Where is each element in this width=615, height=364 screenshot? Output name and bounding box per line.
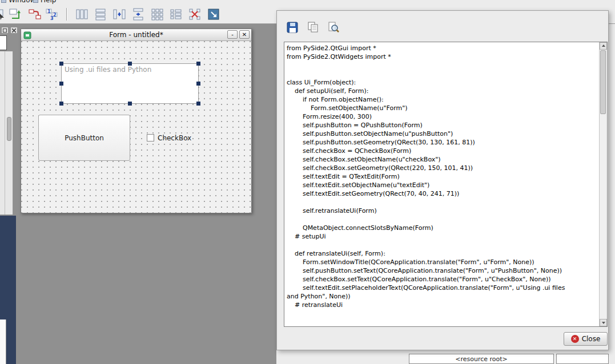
layout-form-icon[interactable]	[168, 7, 183, 22]
selection-handle-bottom-middle[interactable]	[128, 102, 132, 106]
qt-designer-screen: Window Help 1 2	[0, 0, 615, 364]
edit-buddies-icon[interactable]	[27, 7, 42, 22]
break-layout-icon[interactable]	[187, 7, 202, 22]
form-window-titlebar[interactable]: Form - untitled* - ✕	[21, 29, 251, 41]
left-dock-scrollbar-thumb[interactable]	[7, 117, 11, 141]
code-dialog-toolbar	[285, 20, 341, 35]
code-view: from PySide2.QtGui import * from PySide2…	[284, 42, 608, 327]
adjust-size-icon[interactable]	[206, 7, 221, 22]
textedit-widget[interactable]: Using .ui files and Python	[61, 63, 199, 104]
textedit-placeholder: Using .ui files and Python	[65, 66, 151, 74]
edit-signals-slots-icon[interactable]	[8, 7, 23, 22]
minimize-button[interactable]: -	[227, 30, 238, 39]
close-red-icon: ✕	[571, 335, 579, 343]
selection-handle-bottom-right[interactable]	[196, 102, 200, 106]
form-canvas[interactable]: Using .ui files and Python PushButton Ch…	[21, 41, 251, 213]
selection-handle-top-left[interactable]	[59, 62, 63, 66]
menu-help-label: Help	[41, 0, 56, 4]
menu-window[interactable]: Window	[1, 0, 35, 4]
form-editor-window: Form - untitled* - ✕ Using .ui files and…	[21, 29, 252, 213]
resource-panel-fragment	[556, 354, 609, 364]
form-window-title: Form - untitled*	[21, 31, 251, 39]
code-scrollbar[interactable]	[599, 42, 607, 326]
selection-handle-top-right[interactable]	[196, 62, 200, 66]
left-panel-fragment	[0, 319, 6, 364]
find-icon[interactable]	[326, 20, 341, 35]
layout-horizontal-icon[interactable]	[74, 7, 89, 22]
checkbox-widget[interactable]: CheckBox	[147, 126, 204, 149]
edit-tab-order-icon[interactable]: 1 2 3	[45, 7, 59, 22]
dock-titlebar-buttons	[1, 27, 18, 34]
selection-handle-middle-left[interactable]	[59, 82, 63, 86]
layout-splitter-vertical-icon[interactable]	[131, 7, 146, 22]
checkbox-box-icon	[147, 134, 154, 141]
layout-vertical-icon[interactable]	[93, 7, 108, 22]
scrollbar-thumb[interactable]	[600, 50, 606, 114]
dock-close-button[interactable]	[10, 27, 18, 34]
code-preview-dialog: from PySide2.QtGui import * from PySide2…	[276, 10, 609, 350]
close-dialog-button[interactable]: ✕ Close	[564, 332, 608, 346]
menu-window-label: Window	[9, 0, 35, 4]
help-menu-icon	[33, 0, 38, 3]
resource-root-item[interactable]: <resource root>	[409, 354, 554, 364]
toolbar-separator	[66, 8, 67, 21]
layout-grid-icon[interactable]	[150, 7, 164, 22]
menu-help[interactable]: Help	[33, 0, 56, 4]
scroll-down-icon[interactable]	[600, 319, 607, 326]
close-button[interactable]: ✕	[239, 30, 250, 39]
pushbutton-label: PushButton	[65, 134, 104, 142]
svg-text:3: 3	[50, 16, 54, 21]
designer-toolbar: 1 2 3	[0, 6, 274, 23]
selection-handle-middle-right[interactable]	[196, 82, 200, 86]
left-dock-panel	[0, 51, 13, 215]
layout-splitter-horizontal-icon[interactable]	[112, 7, 127, 22]
selection-handle-bottom-left[interactable]	[59, 102, 63, 106]
save-icon[interactable]	[285, 20, 300, 35]
checkbox-label: CheckBox	[158, 134, 191, 142]
panel-divider	[5, 51, 5, 215]
copy-icon[interactable]	[306, 20, 320, 35]
close-button-label: Close	[582, 335, 601, 343]
svg-text:2: 2	[53, 13, 57, 18]
window-menu-icon	[1, 0, 6, 3]
dock-float-button[interactable]	[1, 27, 9, 34]
menubar: Window Help	[0, 0, 274, 5]
generated-python-code[interactable]: from PySide2.QtGui import * from PySide2…	[284, 42, 600, 326]
scroll-up-icon[interactable]	[600, 42, 607, 50]
edit-widgets-icon[interactable]	[0, 7, 7, 22]
pushbutton-widget[interactable]: PushButton	[38, 115, 130, 161]
svg-text:1: 1	[47, 9, 51, 14]
selection-handle-top-middle[interactable]	[128, 62, 132, 66]
dock-filter-input[interactable]	[0, 35, 7, 50]
